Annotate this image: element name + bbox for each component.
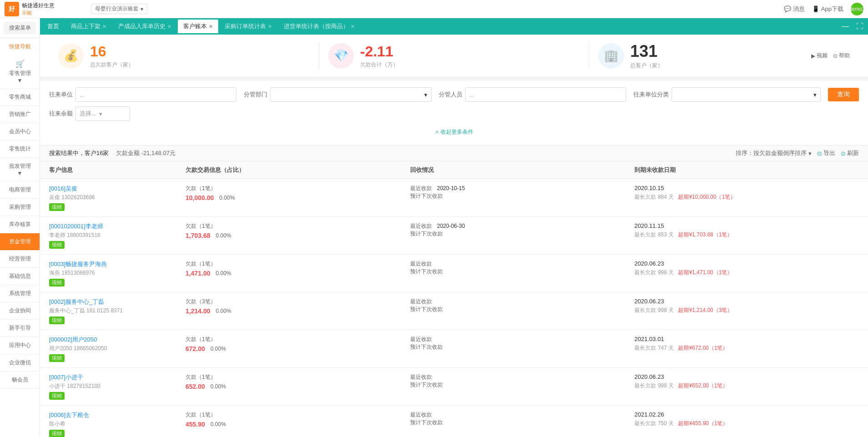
logo-area: 好 畅捷通好生意 示能 (5, 2, 86, 16)
col-header-debt: 欠款交易信息（占比） (186, 166, 410, 174)
sidebar-item-marketing[interactable]: 营销推广 (0, 106, 40, 123)
filter-input-unit[interactable]: ... (75, 87, 236, 102)
filter-input-person[interactable]: ... (465, 87, 626, 102)
debt-cell-5: 欠款（1笔） 652.00 0.00% (186, 373, 410, 400)
tab-finished-goods[interactable]: 产成品入库单历史 ✕ (113, 20, 177, 33)
sidebar-item-operations[interactable]: 经营管理 (0, 251, 40, 268)
recovery-cell-5: 最近收款 预计下次收款 (410, 373, 635, 400)
stat-icon-debt-total: 💎 (328, 43, 354, 69)
tab-close-customer-account[interactable]: ✕ (209, 24, 213, 30)
customer-name-2[interactable]: [0003]畅捷服务尹海燕 (49, 260, 186, 268)
tab-customer-account[interactable]: 客户账本 ✕ (178, 20, 218, 33)
tab-home[interactable]: 首页 (42, 20, 65, 33)
video-link[interactable]: ▶ 视频 (811, 52, 828, 60)
stat-top-right: ▶ 视频 ⊙ 帮助 (811, 52, 850, 60)
table-row: [0001020001]李老师 李老师 18600391516 现销 欠款（1笔… (40, 217, 868, 255)
sidebar-item-finance[interactable]: 资金管理 (0, 233, 40, 251)
tab-close-purchase-by-product[interactable]: ✕ (351, 24, 355, 30)
sidebar-item-retail-mgmt[interactable]: 🛒 零售管理 ▼ (0, 55, 40, 89)
table-header: 客户信息 欠款交易信息（占比） 回收情况 到期未收款日期 (40, 161, 868, 179)
tab-close-purchase-stats[interactable]: ✕ (268, 24, 272, 30)
message-icon: 💬 (784, 5, 791, 12)
sidebar-item-ecommerce[interactable]: 电商管理 (0, 181, 40, 199)
tab-purchase-by-product[interactable]: 进货单统计表（按商品） ✕ (278, 20, 360, 33)
overdue-amount-0[interactable]: 超期¥10,000.00（1笔） (678, 194, 736, 200)
next-payment-5: 预计下次收款 (410, 381, 635, 389)
overdue-days-0: 最长欠款 884 天 超期¥10,000.00（1笔） (634, 193, 859, 201)
tab-close-finished-goods[interactable]: ✕ (167, 24, 171, 30)
debt-cell-2: 欠款（1笔） 1,471.00 0.00% (186, 260, 410, 286)
sidebar-item-chang-member[interactable]: 畅会员 (0, 372, 40, 389)
sidebar-item-retail-stats[interactable]: 零售统计 (0, 141, 40, 158)
sidebar-item-retail-mall[interactable]: 零售商城 (0, 89, 40, 106)
sidebar-item-system[interactable]: 系统管理 (0, 285, 40, 302)
sidebar-nav: 🛒 零售管理 ▼ 零售商城 营销推广 会员中心 零售统计 批发管理 (0, 55, 40, 389)
collapse-row[interactable]: ∧ 收起更多条件 (49, 126, 859, 139)
filter-area: 往来单位 ... 分管部门 ▾ (40, 81, 868, 146)
sidebar-item-wholesale[interactable]: 批发管理 ▼ (0, 158, 40, 181)
sidebar-item-basic-info[interactable]: 基础信息 (0, 268, 40, 285)
sidebar-item-quick-nav[interactable]: 快捷导航 (0, 38, 40, 55)
sidebar-item-newbie[interactable]: 新手引导 (0, 320, 40, 337)
stat-card-debt-customers: 💰 16 总欠款客户（家） (49, 42, 319, 70)
app-download-btn[interactable]: 📱 App下载 (812, 5, 843, 13)
filter-select-dept[interactable]: ▾ (270, 87, 431, 102)
debt-percent-5: 0.00% (211, 383, 226, 390)
recovery-cell-6: 最近收款 预计下次收款 (410, 411, 635, 437)
customer-name-3[interactable]: [0002]服务中心_丁磊 (49, 298, 186, 306)
debt-desc-0: 欠款（1笔） (186, 185, 410, 192)
customer-badge-4: 现销 (49, 354, 65, 362)
filter-select-category[interactable]: ▾ (672, 87, 821, 102)
message-btn[interactable]: 💬 消息 (784, 5, 805, 13)
download-icon: 📱 (812, 5, 819, 12)
overdue-amount-5[interactable]: 超期¥652.00（1笔） (678, 382, 728, 389)
overdue-amount-1[interactable]: 超期¥1,703.68（1笔） (678, 231, 733, 238)
export-btn[interactable]: ⊙ 导出 (817, 149, 835, 157)
recovery-info-1: 最近收款 2020-06-30 (410, 222, 635, 230)
help-link[interactable]: ⊙ 帮助 (833, 52, 850, 60)
stat-value-debt-customers: 16 (90, 43, 134, 60)
next-payment-6: 预计下次收款 (410, 419, 635, 427)
sidebar-item-app-center[interactable]: 应用中心 (0, 337, 40, 354)
tab-product-listing[interactable]: 商品上下架 ✕ (65, 20, 112, 33)
filter-item-category: 往来单位分类 ▾ (633, 87, 821, 102)
overdue-days-3: 最长欠款 998 天 超期¥1,214.00（3笔） (634, 306, 859, 314)
refresh-btn[interactable]: ⊙ 刷新 (841, 149, 859, 157)
customer-name-4[interactable]: [000002]用户2050 (49, 336, 186, 344)
sidebar-item-inventory[interactable]: 库存核算 (0, 216, 40, 233)
customer-name-5[interactable]: [0007]小进干 (49, 373, 186, 382)
sidebar-item-purchase[interactable]: 采购管理 (0, 199, 40, 216)
search-btn[interactable]: 查询 (828, 88, 859, 101)
overdue-amount-4[interactable]: 超期¥672.00（1笔） (678, 345, 728, 351)
stat-icon-debt-customers: 💰 (58, 43, 84, 69)
tab-minimize-btn[interactable]: — (839, 21, 852, 31)
sort-select[interactable]: 排序：按欠款金额倒序排序 ▾ (736, 149, 812, 157)
stat-info-total-customers: 131 总客户（家） (630, 42, 663, 70)
unit-dots: ... (80, 91, 85, 98)
sidebar-item-enterprise-wechat[interactable]: 企业微信 (0, 354, 40, 372)
user-avatar[interactable]: demo2 (851, 3, 863, 15)
brand-link[interactable]: 示能 (22, 10, 55, 16)
tab-close-product-listing[interactable]: ✕ (102, 24, 106, 30)
debt-desc-2: 欠款（1笔） (186, 260, 410, 268)
tab-maximize-btn[interactable]: ⛶ (853, 21, 866, 31)
due-cell-2: 2020.06.23 最长欠款 998 天 超期¥1,471.00（1笔） (634, 260, 859, 286)
filter-select-balance[interactable]: 选择... ▾ (75, 106, 130, 121)
customer-badge-0: 现销 (49, 203, 65, 211)
overdue-amount-2[interactable]: 超期¥1,471.00（1笔） (678, 269, 733, 276)
customer-name-1[interactable]: [0001020001]李老师 (49, 222, 186, 231)
overdue-amount-3[interactable]: 超期¥1,214.00（3笔） (678, 307, 733, 313)
sidebar-item-enterprise-collab[interactable]: 企业协同 (0, 302, 40, 320)
search-menu-btn[interactable]: 搜索菜单 (4, 22, 36, 34)
customer-sub-5: 小进干 18279152100 (49, 382, 186, 390)
tab-purchase-stats[interactable]: 采购订单统计表 ✕ (219, 20, 277, 33)
customer-name-0[interactable]: [0016]吴俊 (49, 185, 186, 193)
collapse-icon: ∧ (435, 129, 439, 135)
customer-name-6[interactable]: [0006]去下粮仓 (49, 411, 186, 419)
sidebar-item-member[interactable]: 会员中心 (0, 123, 40, 141)
overdue-amount-6[interactable]: 超期¥455.90（1笔） (678, 420, 728, 427)
top-right-area: 💬 消息 📱 App下载 demo2 (784, 3, 863, 15)
industry-selector[interactable]: 母婴行业演示账套 ▾ (91, 4, 147, 14)
next-payment-1: 预计下次收款 (410, 230, 635, 238)
filter-label-category: 往来单位分类 (633, 90, 669, 99)
